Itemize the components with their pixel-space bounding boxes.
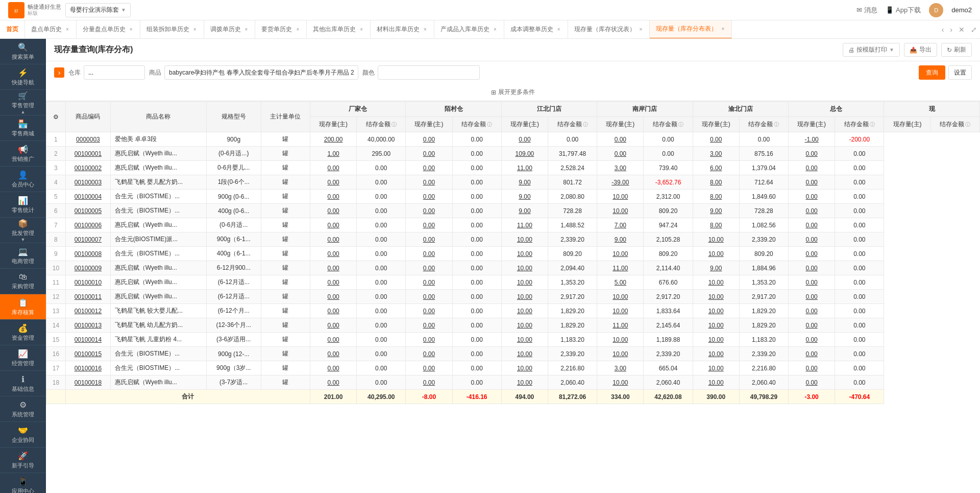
warehouse-qty-0[interactable]: 0.00 (310, 375, 356, 390)
sidebar-item-new-guide[interactable]: 🚀 新手引导 (0, 448, 46, 473)
warehouse-qty-0[interactable]: 200.00 (310, 132, 356, 147)
warehouse-qty-5[interactable]: 0.00 (789, 232, 835, 247)
warehouse-qty-5[interactable]: 0.00 (789, 161, 835, 175)
warehouse-qty-4[interactable]: 10.00 (693, 247, 739, 261)
close-icon[interactable]: × (639, 26, 644, 33)
warehouse-qty-4[interactable]: 10.00 (693, 232, 739, 247)
warehouse-qty-2[interactable]: 10.00 (501, 290, 548, 304)
warehouse-qty-3[interactable]: 10.00 (597, 290, 644, 304)
product-code[interactable]: 0000003 (65, 132, 110, 147)
warehouse-qty-0[interactable]: 0.00 (310, 318, 356, 333)
warehouse-qty-3[interactable]: 10.00 (597, 204, 644, 218)
warehouse-qty-5[interactable]: 0.00 (789, 218, 835, 232)
warehouse-qty-1[interactable]: 0.00 (406, 275, 452, 290)
sidebar-item-search[interactable]: 🔍 搜索英单 (0, 39, 46, 64)
warehouse-qty-1[interactable]: 0.00 (406, 190, 452, 204)
warehouse-qty-2[interactable]: 9.00 (501, 204, 548, 218)
tenant-dropdown[interactable]: 母婴行业演示陈套 ▼ (65, 3, 131, 17)
warehouse-qty-2[interactable]: 10.00 (501, 375, 548, 390)
warehouse-qty-2[interactable]: 10.00 (501, 333, 548, 347)
tab-other-outbound[interactable]: 其他出库单历史 × (307, 20, 371, 39)
refresh-btn[interactable]: ↻ 刷新 (941, 43, 972, 57)
print-btn[interactable]: 🖨 按模版打印 ▼ (843, 43, 900, 57)
warehouse-qty-1[interactable]: 0.00 (406, 161, 452, 175)
product-code[interactable]: 00100011 (65, 290, 110, 304)
warehouse-qty-1[interactable]: 0.00 (406, 147, 452, 161)
warehouse-qty-1[interactable]: 0.00 (406, 175, 452, 190)
warehouse-qty-4[interactable]: 10.00 (693, 290, 739, 304)
warehouse-qty-5[interactable]: 0.00 (789, 147, 835, 161)
expand-conditions-btn[interactable]: ⊞ 展开更多条件 (491, 88, 535, 97)
product-code[interactable]: 00100014 (65, 333, 110, 347)
warehouse-qty-1[interactable]: 0.00 (406, 333, 452, 347)
warehouse-qty-3[interactable]: -39.00 (597, 175, 644, 190)
tab-inventory-count[interactable]: 盘点单历史 × (25, 20, 77, 39)
warehouse-qty-3[interactable]: 10.00 (597, 375, 644, 390)
product-code[interactable]: 00100007 (65, 232, 110, 247)
warehouse-qty-0[interactable]: 0.00 (310, 333, 356, 347)
warehouse-qty-2[interactable]: 10.00 (501, 261, 548, 275)
warehouse-qty-1[interactable]: 0.00 (406, 204, 452, 218)
warehouse-qty-1[interactable]: 0.00 (406, 261, 452, 275)
warehouse-qty-4[interactable]: 10.00 (693, 304, 739, 318)
app-download-btn[interactable]: 📱 App下载 (886, 6, 921, 15)
warehouse-qty-3[interactable]: 10.00 (597, 190, 644, 204)
tab-material-outbound[interactable]: 材料出库单历史 × (371, 20, 434, 39)
warehouse-qty-3[interactable]: 9.00 (597, 232, 644, 247)
warehouse-qty-4[interactable]: 10.00 (693, 275, 739, 290)
th-settings[interactable]: ⚙ (46, 102, 66, 132)
warehouse-qty-4[interactable]: 10.00 (693, 361, 739, 375)
warehouse-qty-0[interactable]: 0.00 (310, 261, 356, 275)
product-code[interactable]: 00100008 (65, 247, 110, 261)
warehouse-qty-5[interactable]: 0.00 (789, 175, 835, 190)
warehouse-qty-5[interactable]: 0.00 (789, 375, 835, 390)
warehouse-qty-1[interactable]: 0.00 (406, 132, 452, 147)
close-icon[interactable]: × (65, 26, 70, 33)
warehouse-qty-1[interactable]: 0.00 (406, 290, 452, 304)
tab-product-inbound[interactable]: 产成品入库单历史 × (434, 20, 504, 39)
product-code[interactable]: 00100003 (65, 175, 110, 190)
warehouse-qty-4[interactable]: 10.00 (693, 347, 739, 361)
tab-home[interactable]: 首页 (0, 20, 25, 39)
nav-prev-btn[interactable]: ‹ (939, 24, 947, 36)
warehouse-qty-3[interactable]: 3.00 (597, 161, 644, 175)
sidebar-item-retail-mall[interactable]: 🏪 零售商城 (0, 115, 46, 141)
tab-split-count[interactable]: 分量盘点单历史 × (77, 20, 140, 39)
sidebar-item-wholesale[interactable]: 📦 批发管理 ▼ (0, 218, 46, 243)
product-code[interactable]: 00100006 (65, 218, 110, 232)
warehouse-qty-4[interactable]: 8.00 (693, 190, 739, 204)
warehouse-qty-5[interactable]: 0.00 (789, 361, 835, 375)
search-btn[interactable]: 查询 (919, 65, 945, 80)
warehouse-qty-5[interactable]: 0.00 (789, 318, 835, 333)
warehouse-qty-5[interactable]: 0.00 (789, 261, 835, 275)
warehouse-qty-5[interactable]: 0.00 (789, 204, 835, 218)
warehouse-qty-5[interactable]: -1.00 (789, 132, 835, 147)
tab-stock-status[interactable]: 现存量（库存状况表） × (568, 20, 650, 39)
warehouse-qty-2[interactable]: 10.00 (501, 304, 548, 318)
product-code[interactable]: 00100015 (65, 347, 110, 361)
warehouse-qty-5[interactable]: 0.00 (789, 190, 835, 204)
warehouse-input[interactable] (84, 65, 145, 80)
sidebar-item-basic-info[interactable]: ℹ 基础信息 (0, 371, 46, 396)
warehouse-qty-2[interactable]: 10.00 (501, 318, 548, 333)
tab-adjust[interactable]: 调拨单历史 × (204, 20, 256, 39)
warehouse-qty-0[interactable]: 0.00 (310, 218, 356, 232)
close-icon[interactable]: × (423, 26, 428, 33)
warehouse-qty-2[interactable]: 109.00 (501, 147, 548, 161)
warehouse-qty-0[interactable]: 0.00 (310, 232, 356, 247)
messages-btn[interactable]: ✉ 消息 (856, 6, 877, 15)
sidebar-item-marketing[interactable]: 📢 营销推广 (0, 141, 46, 167)
username[interactable]: demo2 (951, 6, 972, 14)
warehouse-qty-0[interactable]: 0.00 (310, 190, 356, 204)
close-icon[interactable]: × (556, 26, 561, 33)
warehouse-qty-1[interactable]: 0.00 (406, 375, 452, 390)
warehouse-qty-5[interactable]: 0.00 (789, 347, 835, 361)
close-icon[interactable]: × (720, 25, 725, 33)
warehouse-qty-3[interactable]: 0.00 (597, 147, 644, 161)
warehouse-qty-5[interactable]: 0.00 (789, 333, 835, 347)
warehouse-qty-1[interactable]: 0.00 (406, 232, 452, 247)
warehouse-qty-0[interactable]: 0.00 (310, 247, 356, 261)
close-icon[interactable]: × (359, 26, 364, 33)
warehouse-qty-3[interactable]: 7.00 (597, 218, 644, 232)
user-avatar[interactable]: D (929, 3, 943, 17)
